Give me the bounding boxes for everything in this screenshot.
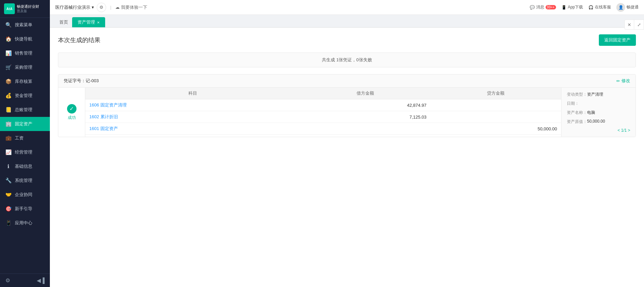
cloud-icon: ☁ [115,5,120,10]
sidebar-item-label: 库存核算 [15,78,32,85]
edit-icon: ✏ [616,78,620,84]
app-center-icon: 📱 [5,220,11,226]
purchase-icon: 🛒 [5,64,11,70]
avatar: 👤 [616,3,625,12]
app-download-label: App下载 [568,4,583,10]
col-subject: 科目 [85,88,300,99]
subject-2: 1602 累计折旧 [85,111,300,123]
next-page-button[interactable]: > [628,128,630,133]
subject-3: 1601 固定资产 [85,123,300,135]
expand-panel-button[interactable]: ⤢ [634,20,644,29]
experience-button[interactable]: ☁ 我要体验一下 [115,4,147,10]
sidebar-item-sales[interactable]: 📊 销售管理 [0,46,50,60]
online-service-label: 在线客服 [595,4,611,10]
sidebar-item-system[interactable]: 🔧 系统管理 [0,173,50,188]
date-row: 日期： [567,101,630,106]
topbar-left: 医疗器械行业演示 ▾ ⚙ | ☁ 我要体验一下 [55,3,147,12]
credit-3: 50,000.00 [431,123,561,135]
topbar-separator: | [110,5,111,10]
summary-text: 共生成 1张凭证，0张失败 [58,53,636,67]
sidebar-item-app-center[interactable]: 📱 应用中心 [0,216,50,230]
sidebar-item-label: 销售管理 [15,50,32,56]
sidebar-item-label: 搜索菜单 [15,22,32,28]
sidebar-item-quick-nav[interactable]: 🏠 快捷导航 [0,32,50,46]
sidebar-item-purchase[interactable]: 🛒 采购管理 [0,60,50,74]
table-row: 1606 固定资产清理 42,874.97 [85,99,561,111]
asset-value-value: 50,000.00 [587,119,605,124]
messages-button[interactable]: 💬 消息 99+ [530,4,556,10]
page-title: 本次生成的结果 [58,36,100,44]
sidebar-item-operations[interactable]: 📈 经营管理 [0,145,50,159]
voucher-container: 凭证字号：记-003 ✏ 修改 ✓ 成功 [58,74,636,137]
sidebar-item-fixed-assets[interactable]: 🏢 固定资产 [0,117,50,131]
tab-home-label: 首页 [59,20,68,25]
collapse-icon[interactable]: ◀▐ [37,277,44,284]
ledger-icon: 📒 [5,107,11,113]
sidebar-item-label: 企业协同 [15,192,32,198]
company-selector[interactable]: 医疗器械行业演示 ▾ [55,4,94,10]
app-download-button[interactable]: 📱 App下载 [561,4,583,10]
voucher-edit-button[interactable]: ✏ 修改 [616,78,630,84]
asset-value-row: 资产原值： 50,000.00 [567,119,630,125]
asset-name-value: 电脑 [587,110,595,116]
sidebar-item-search[interactable]: 🔍 搜索菜单 [0,18,50,32]
sidebar-item-label: 系统管理 [15,178,32,184]
pagination: < 1/1 > [567,128,630,133]
chevron-down-icon: ▾ [92,5,94,10]
sidebar-item-label: 资金管理 [15,93,32,99]
close-panel-button[interactable]: ✕ [625,20,634,29]
sidebar-item-basic-info[interactable]: ℹ 基础信息 [0,159,50,173]
table-row: 1601 固定资产 50,000.00 [85,123,561,135]
credit-2 [431,111,561,123]
change-type-value: 资产清理 [587,92,603,97]
topbar: 医疗器械行业演示 ▾ ⚙ | ☁ 我要体验一下 💬 消息 99+ 📱 App下载 [50,0,644,15]
return-button[interactable]: 返回固定资产 [599,34,636,46]
col-debit: 借方金额 [300,88,430,99]
tab-home[interactable]: 首页 [55,17,72,27]
voucher-header: 凭证字号：记-003 ✏ 修改 [58,74,636,88]
sidebar-logo: AtA 畅捷通好业财 普及版 [0,0,50,18]
tab-close-icon[interactable]: × [97,20,100,25]
sidebar-item-label: 采购管理 [15,64,32,70]
sales-icon: 📊 [5,50,11,56]
date-label: 日期： [567,101,587,106]
sidebar-item-payroll[interactable]: 💼 工资 [0,131,50,145]
debit-2: 7,125.03 [300,111,430,123]
sidebar-item-label: 应用中心 [15,220,32,226]
operations-icon: 📈 [5,149,11,155]
fixed-assets-icon: 🏢 [5,121,11,127]
sidebar-item-label: 工资 [15,135,24,141]
debit-3 [300,123,430,135]
system-icon: 🔧 [5,178,11,184]
voucher-body: ✓ 成功 科目 借方金额 贷方金额 [58,88,636,137]
home-icon: 🏠 [5,36,11,42]
company-name: 医疗器械行业演示 [55,4,90,10]
asset-name-label: 资产名称： [567,110,587,116]
online-service-button[interactable]: 🎧 在线客服 [588,4,611,10]
success-text: 成功 [68,115,76,121]
tabs-bar: 首页 资产管理 × [50,15,644,28]
sidebar-item-funds[interactable]: 💰 资金管理 [0,89,50,103]
settings-bottom-icon[interactable]: ⚙ [5,277,10,284]
topbar-settings-button[interactable]: ⚙ [97,3,106,12]
experience-label: 我要体验一下 [121,4,147,10]
sidebar-item-enterprise[interactable]: 🤝 企业协同 [0,188,50,202]
sidebar-item-label: 新手引导 [15,206,32,212]
float-controls: ✕ ⤢ [624,20,644,30]
page-header: 本次生成的结果 返回固定资产 [58,34,636,46]
sidebar-item-guide[interactable]: 🎯 新手引导 [0,202,50,216]
messages-label: 消息 [536,4,544,10]
sidebar-menu: 🔍 搜索菜单 🏠 快捷导航 📊 销售管理 🛒 采购管理 📦 库存核算 💰 资金管… [0,18,50,274]
voucher-side-panel: 变动类型： 资产清理 日期： 资产名称： 电脑 资产原值： 50,000.00 [561,88,636,137]
prev-page-button[interactable]: < [618,128,620,133]
sidebar-item-inventory[interactable]: 📦 库存核算 [0,74,50,89]
credit-1 [431,99,561,111]
asset-name-row: 资产名称： 电脑 [567,110,630,116]
tab-asset-management[interactable]: 资产管理 × [72,17,105,27]
sidebar-item-label: 快捷导航 [15,36,32,42]
sidebar-item-ledger[interactable]: 📒 总账管理 [0,103,50,117]
search-icon: 🔍 [5,22,11,28]
logo-icon: AtA [4,3,15,14]
user-profile[interactable]: 👤 畅捷通 [616,3,639,12]
table-row: 1602 累计折旧 7,125.03 [85,111,561,123]
